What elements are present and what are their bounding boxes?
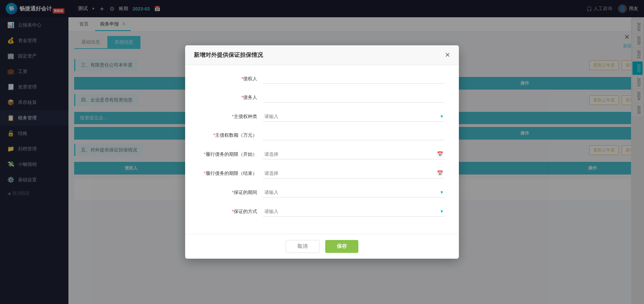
- form-row-guarantee-method: *保证的方式 ▾: [200, 206, 444, 217]
- form-row-period-start: *履行债务的期限（开始） 📅: [200, 149, 444, 159]
- input-period-start[interactable]: [264, 151, 437, 157]
- input-guarantee-period[interactable]: [264, 190, 440, 195]
- input-debtor[interactable]: [263, 92, 444, 103]
- date-period-end-wrapper[interactable]: 📅: [263, 168, 444, 178]
- label-creditor: *债权人: [200, 76, 257, 82]
- dialog-title: 新增对外提供保证担保情况: [194, 51, 263, 59]
- dialog-header: 新增对外提供保证担保情况 ✕: [185, 45, 459, 65]
- label-debtor: *债务人: [200, 94, 257, 101]
- label-guarantee-period: *保证的期间: [200, 189, 257, 196]
- chevron-down-icon-guarantee-period[interactable]: ▾: [440, 189, 443, 195]
- label-claim-type: *主债权种类: [200, 113, 257, 120]
- chevron-down-icon-guarantee-method[interactable]: ▾: [440, 208, 443, 214]
- cancel-button[interactable]: 取消: [286, 240, 319, 253]
- dialog-overlay: 新增对外提供保证担保情况 ✕ *债权人 *债务人 *: [0, 0, 644, 304]
- input-creditor[interactable]: [263, 74, 444, 84]
- form-row-guarantee-period: *保证的期间 ▾: [200, 187, 444, 198]
- form-row-claim-amount: *主债权数额（万元）: [200, 130, 444, 140]
- label-period-start: *履行债务的期限（开始）: [200, 151, 257, 158]
- form-row-period-end: *履行债务的期限（结束） 📅: [200, 168, 444, 178]
- form-row-creditor: *债权人: [200, 74, 444, 84]
- select-claim-type-wrapper[interactable]: ▾: [263, 111, 444, 122]
- dialog-close-button[interactable]: ✕: [445, 51, 450, 59]
- chevron-down-icon-claim-type[interactable]: ▾: [440, 113, 443, 119]
- dialog-footer: 取消 保存: [185, 234, 459, 259]
- dialog-body: *债权人 *债务人 *主债权种类 ▾: [185, 65, 459, 234]
- calendar-start-icon[interactable]: 📅: [437, 151, 443, 157]
- save-button[interactable]: 保存: [325, 240, 358, 253]
- select-guarantee-period-wrapper[interactable]: ▾: [263, 187, 444, 198]
- label-claim-amount: *主债权数额（万元）: [200, 132, 257, 139]
- form-row-claim-type: *主债权种类 ▾: [200, 111, 444, 122]
- form-row-debtor: *债务人: [200, 92, 444, 103]
- dialog: 新增对外提供保证担保情况 ✕ *债权人 *债务人 *: [185, 45, 459, 259]
- input-period-end[interactable]: [264, 171, 437, 176]
- input-guarantee-method[interactable]: [264, 209, 440, 214]
- select-guarantee-method-wrapper[interactable]: ▾: [263, 206, 444, 217]
- label-period-end: *履行债务的期限（结束）: [200, 170, 257, 177]
- calendar-end-icon[interactable]: 📅: [437, 170, 443, 176]
- input-claim-amount[interactable]: [263, 130, 444, 140]
- label-guarantee-method: *保证的方式: [200, 208, 257, 215]
- input-claim-type[interactable]: [264, 114, 440, 119]
- date-period-start-wrapper[interactable]: 📅: [263, 149, 444, 159]
